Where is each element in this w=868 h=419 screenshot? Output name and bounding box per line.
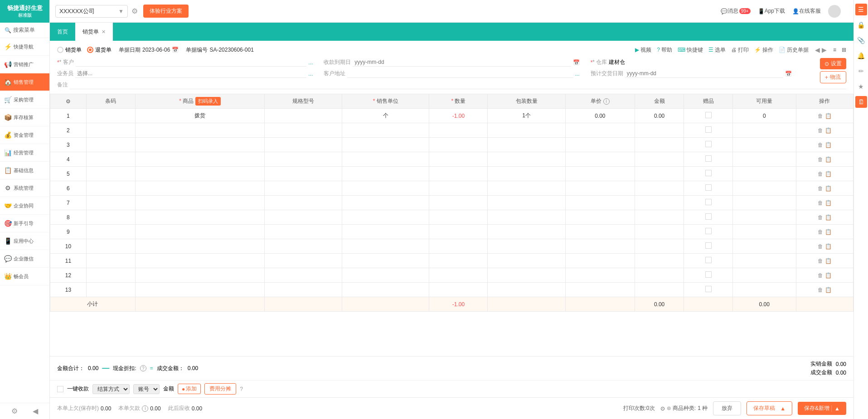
row-goods[interactable]: 拨货 — [135, 109, 264, 123]
due-date-calendar-icon[interactable]: 📅 — [573, 59, 580, 66]
abandon-button[interactable]: 放弃 — [713, 401, 741, 415]
view-grid-btn[interactable]: ⊞ — [842, 47, 846, 53]
expected-date-input[interactable] — [625, 69, 783, 78]
sidebar-item-member[interactable]: 👑 畅会员 — [0, 268, 49, 285]
row-delete-icon[interactable]: 🗑 — [818, 214, 823, 221]
gift-checkbox[interactable] — [705, 112, 712, 118]
user-avatar[interactable] — [828, 5, 841, 18]
sidebar-item-app-center[interactable]: 📱 应用中心 — [0, 232, 49, 250]
sidebar-item-inventory[interactable]: 📦 库存核算 — [0, 109, 49, 126]
company-selector[interactable]: XXXXXX公司 ▼ — [55, 5, 128, 18]
action-btn[interactable]: ⚡ 操作 — [754, 46, 773, 54]
salesperson-input[interactable] — [75, 69, 306, 78]
sidebar-item-purchase[interactable]: 🛒 采购管理 — [0, 91, 49, 109]
scan-btn[interactable]: 扫码录入 — [195, 97, 221, 106]
add-payment-btn[interactable]: ● 添加 — [178, 384, 201, 394]
radio-sales[interactable]: 销货单 — [57, 46, 82, 54]
right-panel-btn-2[interactable]: 🔒 — [855, 19, 867, 31]
row-copy-icon[interactable]: 📋 — [825, 156, 832, 163]
note-input[interactable] — [70, 81, 846, 89]
customer-picker-icon[interactable]: ... — [308, 59, 313, 66]
row-barcode[interactable] — [86, 109, 135, 123]
online-service-btn[interactable]: 👤 在线客服 — [792, 7, 821, 15]
view-list-btn[interactable]: ≡ — [833, 47, 836, 53]
salesperson-picker-icon[interactable]: ... — [308, 71, 313, 77]
select-btn[interactable]: ☰ 选单 — [708, 46, 726, 54]
save-draft-arrow-icon[interactable]: ▲ — [777, 405, 786, 412]
row-copy-icon[interactable]: 📋 — [825, 229, 832, 235]
row-delete-icon[interactable]: 🗑 — [818, 113, 823, 119]
save-draft-button[interactable]: 保存草稿 ▲ — [747, 401, 792, 415]
sidebar-item-basic[interactable]: 📋 基础信息 — [0, 162, 49, 179]
warehouse-value[interactable]: 建材仓 — [609, 58, 840, 66]
sidebar-settings-btn[interactable]: ⚙ — [11, 407, 18, 415]
radio-return[interactable]: 退货单 — [87, 46, 112, 54]
row-copy-icon[interactable]: 📋 — [825, 113, 832, 119]
tab-close-icon[interactable]: ✕ — [102, 29, 106, 35]
th-settings[interactable]: ⚙ — [50, 94, 87, 109]
row-gift[interactable] — [684, 109, 733, 123]
due-date-input[interactable] — [353, 58, 571, 67]
sidebar-item-enterprise[interactable]: 🤝 企业协同 — [0, 197, 49, 215]
row-copy-icon[interactable]: 📋 — [825, 185, 832, 192]
date-value[interactable]: 2023-06-06 — [142, 47, 170, 53]
row-copy-icon[interactable]: 📋 — [825, 272, 832, 279]
id-value[interactable]: SA-20230606-001 — [209, 47, 253, 53]
video-btn[interactable]: ▶ 视频 — [635, 46, 651, 54]
date-calendar-icon[interactable]: 📅 — [172, 47, 179, 53]
expense-help-icon[interactable]: ? — [240, 386, 243, 392]
right-panel-btn-6[interactable]: ★ — [855, 81, 867, 92]
cash-discount-info-icon[interactable]: ? — [140, 365, 146, 371]
settings-button[interactable]: ⊙ 设置 — [820, 58, 846, 69]
app-download-btn[interactable]: 📱 App下载 — [758, 7, 785, 15]
row-delete-icon[interactable]: 🗑 — [818, 171, 823, 177]
save-new-arrow-icon[interactable]: ▲ — [831, 405, 840, 412]
right-panel-btn-3[interactable]: 📎 — [855, 34, 867, 46]
row-copy-icon[interactable]: 📋 — [825, 127, 832, 134]
customer-input[interactable] — [76, 58, 307, 67]
sidebar-item-quick-nav[interactable]: ⚡ 快捷导航 — [0, 38, 49, 56]
customer-address-picker-icon[interactable]: ... — [575, 71, 580, 77]
row-price[interactable]: 0.00 — [565, 109, 635, 123]
row-amount[interactable]: 0.00 — [635, 109, 684, 123]
help-btn[interactable]: ? 帮助 — [657, 46, 672, 54]
row-delete-icon[interactable]: 🗑 — [818, 258, 823, 264]
sidebar-item-guide[interactable]: 🎯 新手引导 — [0, 215, 49, 232]
payment-method-select[interactable]: 结算方式 — [92, 384, 130, 394]
row-delete-icon[interactable]: 🗑 — [818, 142, 823, 148]
history-btn[interactable]: 📄 历史单据 — [779, 46, 809, 54]
row-delete-icon[interactable]: 🗑 — [818, 185, 823, 192]
sidebar-search[interactable]: 🔍 搜索菜单 — [0, 23, 49, 38]
right-panel-btn-4[interactable]: 🔔 — [855, 50, 867, 62]
sidebar-item-system[interactable]: ⚙ 系统管理 — [0, 179, 49, 197]
row-copy-icon[interactable]: 📋 — [825, 243, 832, 250]
shortcut-btn[interactable]: ⌨ 快捷键 — [678, 46, 703, 54]
account-select[interactable]: 账号 — [133, 384, 160, 394]
right-panel-btn-7[interactable]: 🗓 — [855, 96, 867, 108]
messages-btn[interactable]: 💬 消息 99+ — [721, 7, 751, 15]
row-copy-icon[interactable]: 📋 — [825, 214, 832, 221]
row-qty[interactable]: -1.00 — [429, 109, 488, 123]
nav-prev-btn[interactable]: ◀ — [814, 45, 821, 54]
row-spec[interactable] — [265, 109, 342, 123]
sidebar-item-business[interactable]: 📊 经营管理 — [0, 144, 49, 162]
trial-button[interactable]: 体验行业方案 — [143, 5, 189, 18]
row-delete-icon[interactable]: 🗑 — [818, 156, 823, 163]
nav-next-btn[interactable]: ▶ — [821, 45, 828, 54]
row-copy-icon[interactable]: 📋 — [825, 287, 832, 293]
sidebar-collapse-btn[interactable]: ◀ — [33, 407, 38, 415]
save-new-button[interactable]: 保存&新增 ▲ — [798, 402, 846, 415]
row-copy-icon[interactable]: 📋 — [825, 258, 832, 264]
sidebar-item-wechat[interactable]: 💬 企业微信 — [0, 250, 49, 268]
row-delete-icon[interactable]: 🗑 — [818, 127, 823, 134]
row-delete-icon[interactable]: 🗑 — [818, 243, 823, 250]
row-copy-icon[interactable]: 📋 — [825, 200, 832, 206]
row-copy-icon[interactable]: 📋 — [825, 142, 832, 148]
print-btn[interactable]: 🖨 打印 — [731, 46, 749, 54]
row-pkg-qty[interactable]: 1个 — [488, 109, 565, 123]
row-unit[interactable]: 个 — [342, 109, 429, 123]
tab-home[interactable]: 首页 — [50, 23, 75, 41]
topbar-settings-icon[interactable]: ⚙ — [131, 7, 138, 15]
sidebar-item-finance[interactable]: 💰 资金管理 — [0, 126, 49, 144]
tab-sales-order[interactable]: 销货单 ✕ — [75, 23, 113, 41]
